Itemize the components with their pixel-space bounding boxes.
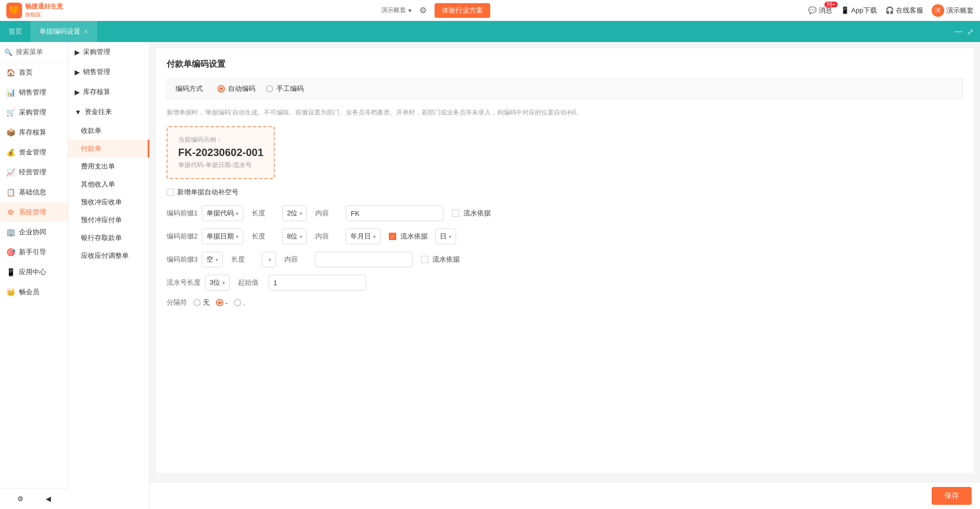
manual-encode-radio[interactable]: 手工编码 xyxy=(266,84,304,94)
sidebar-item-home[interactable]: 🏠 首页 xyxy=(0,63,68,82)
length1-value: 2位 xyxy=(287,209,297,218)
sep-dot-circle[interactable] xyxy=(234,299,241,306)
serial-length-select[interactable]: 3位 ▾ xyxy=(205,275,230,290)
auto-fill-row: 新增单据自动补空号 xyxy=(167,188,963,197)
chevron-right-icon: ▶ xyxy=(75,48,80,56)
content1-label: 内容 xyxy=(315,209,342,218)
tab-encoding-settings[interactable]: 单据编码设置 × xyxy=(31,21,97,42)
sidebar-item-purchase[interactable]: 🛒 采购管理 xyxy=(0,102,68,122)
stream1-label: 流水依据 xyxy=(463,209,491,218)
content1-field: 内容 FK xyxy=(315,205,443,221)
sub-item-payment[interactable]: 付款单 xyxy=(68,140,149,158)
prefix3-select[interactable]: 空 ▾ xyxy=(202,252,223,267)
sep-dash-label: - xyxy=(225,299,228,307)
window-buttons: — ⤢ xyxy=(954,21,980,42)
stream3-label: 流水依据 xyxy=(432,255,460,264)
logo: 🧡 畅捷通好生意 旗舰版 xyxy=(6,2,63,18)
sidebar-item-company[interactable]: 🏢 企业协同 xyxy=(0,222,68,242)
sep-dash-circle[interactable] xyxy=(216,299,223,306)
sidebar-item-system[interactable]: ⚙ 系统管理 xyxy=(0,202,68,222)
sidebar-item-inventory[interactable]: 📦 库存核算 xyxy=(0,122,68,142)
messages-item[interactable]: 💬 消息 99+ xyxy=(808,6,832,15)
sidebar-item-appcenter[interactable]: 📱 应用中心 xyxy=(0,262,68,282)
bottom-collapse-icon[interactable]: ◀ xyxy=(46,495,51,503)
maximize-icon[interactable]: ⤢ xyxy=(967,27,974,37)
stream3-checkbox[interactable] xyxy=(421,256,428,263)
length2-chevron: ▾ xyxy=(300,234,302,240)
trial-button[interactable]: 体验行业方案 xyxy=(435,3,490,18)
sidebar-item-newguide[interactable]: 🎯 新手引导 xyxy=(0,242,68,262)
save-button[interactable]: 保存 xyxy=(932,487,972,505)
manual-encode-circle[interactable] xyxy=(266,85,273,92)
message-icon: 💬 xyxy=(808,6,817,14)
sub-group-sales[interactable]: ▶ 销售管理 xyxy=(68,62,149,82)
sub-item-pre-receipt[interactable]: 预收冲应收单 xyxy=(68,193,149,211)
navtabs: 首页 单据编码设置 × — ⤢ xyxy=(0,21,980,42)
app-icon: 📱 xyxy=(841,6,849,14)
user-item[interactable]: 演 演示账套 xyxy=(932,4,974,17)
stream1-checkbox[interactable] xyxy=(452,210,459,217)
prefix1-value: 单据代码 xyxy=(207,209,234,218)
close-icon[interactable]: × xyxy=(84,27,88,36)
sep-none-circle[interactable] xyxy=(193,299,201,306)
sub-item-receipt[interactable]: 收款单 xyxy=(68,122,149,140)
sep-none-label: 无 xyxy=(203,298,210,307)
content2-field: 内容 年月日 ▾ xyxy=(315,228,380,244)
sidebar-search[interactable]: 🔍 搜索菜单 xyxy=(0,42,68,63)
sidebar-item-basic[interactable]: 📋 基础信息 xyxy=(0,182,68,202)
user-name: 演示账套 xyxy=(946,6,974,15)
sidebar-home-label: 首页 xyxy=(19,68,33,77)
sub-item-other-income-label: 其他收入单 xyxy=(81,180,115,188)
sub-item-adjustment[interactable]: 应收应付调整单 xyxy=(68,247,149,265)
auto-fill-checkbox[interactable] xyxy=(167,189,174,196)
stream2-checkbox[interactable]: ✓ xyxy=(389,233,396,240)
app-download-item[interactable]: 📱 App下载 xyxy=(841,6,877,15)
sub-item-expense-label: 费用支出单 xyxy=(81,162,115,170)
sidebar-item-member[interactable]: 👑 畅会员 xyxy=(0,282,68,302)
online-support-item[interactable]: 🎧 在线客服 xyxy=(885,6,923,15)
length1-select[interactable]: 2位 ▾ xyxy=(282,205,307,221)
sidebar-item-sales[interactable]: 📊 销售管理 xyxy=(0,82,68,102)
encoding-type-label: 编码方式 xyxy=(176,84,203,94)
sub-item-other-income[interactable]: 其他收入单 xyxy=(68,175,149,193)
prefix2-select[interactable]: 单据日期 ▾ xyxy=(202,228,243,244)
sep-dash-radio[interactable]: - xyxy=(216,299,228,307)
chevron-down-icon2: ▼ xyxy=(75,108,81,116)
auto-encode-circle[interactable] xyxy=(218,85,225,92)
sidebar-item-finance[interactable]: 💰 资金管理 xyxy=(0,142,68,162)
length3-select[interactable]: ▾ xyxy=(262,252,276,267)
prefix1-select[interactable]: 单据代码 ▾ xyxy=(202,205,243,221)
start-value-label: 起始值 xyxy=(238,278,264,287)
prefix3-field: 编码前缀3 空 ▾ xyxy=(167,252,223,267)
company-selector[interactable]: 演示账套 ▾ xyxy=(381,6,411,15)
tab-home[interactable]: 首页 xyxy=(0,21,31,42)
search-menu-btn[interactable]: 🔍 搜索菜单 xyxy=(4,47,64,57)
purchase-icon: 🛒 xyxy=(6,108,15,117)
content1-input[interactable]: FK xyxy=(346,205,443,221)
inventory-icon: 📦 xyxy=(6,128,15,137)
sales-icon: 📊 xyxy=(6,88,15,97)
start-value-input[interactable]: 1 xyxy=(269,275,366,290)
prefix2-value: 单据日期 xyxy=(207,232,234,241)
settings-icon[interactable]: ⚙ xyxy=(416,3,430,18)
length2-select[interactable]: 8位 ▾ xyxy=(282,228,307,244)
sub-item-pre-payment[interactable]: 预付冲应付单 xyxy=(68,211,149,229)
content2-chevron2: ▾ xyxy=(373,234,376,240)
sep-none-radio[interactable]: 无 xyxy=(193,298,210,307)
sub-sidebar: ▶ 采购管理 ▶ 销售管理 ▶ 库存核算 ▼ 资金往来 收款单 付款单 费用支出… xyxy=(68,42,150,509)
auto-encode-radio[interactable]: 自动编码 xyxy=(218,84,255,94)
sub-item-adjustment-label: 应收应付调整单 xyxy=(81,252,129,259)
sub-group-inventory[interactable]: ▶ 库存核算 xyxy=(68,82,149,102)
stream2-select[interactable]: 日 ▾ xyxy=(435,228,456,244)
sep-dot-radio[interactable]: . xyxy=(234,299,245,307)
content3-input[interactable] xyxy=(315,252,412,267)
sidebar-system-label: 系统管理 xyxy=(19,207,46,217)
bottom-settings-icon[interactable]: ⚙ xyxy=(17,495,24,503)
sidebar-item-operations[interactable]: 📈 经营管理 xyxy=(0,162,68,182)
sub-item-bank[interactable]: 银行存取款单 xyxy=(68,229,149,247)
minimize-icon[interactable]: — xyxy=(954,27,963,36)
sub-group-finance[interactable]: ▼ 资金往来 xyxy=(68,102,149,122)
sub-item-expense[interactable]: 费用支出单 xyxy=(68,158,149,175)
sub-group-purchase[interactable]: ▶ 采购管理 xyxy=(68,42,149,62)
content2-select[interactable]: 年月日 ▾ xyxy=(346,228,380,244)
